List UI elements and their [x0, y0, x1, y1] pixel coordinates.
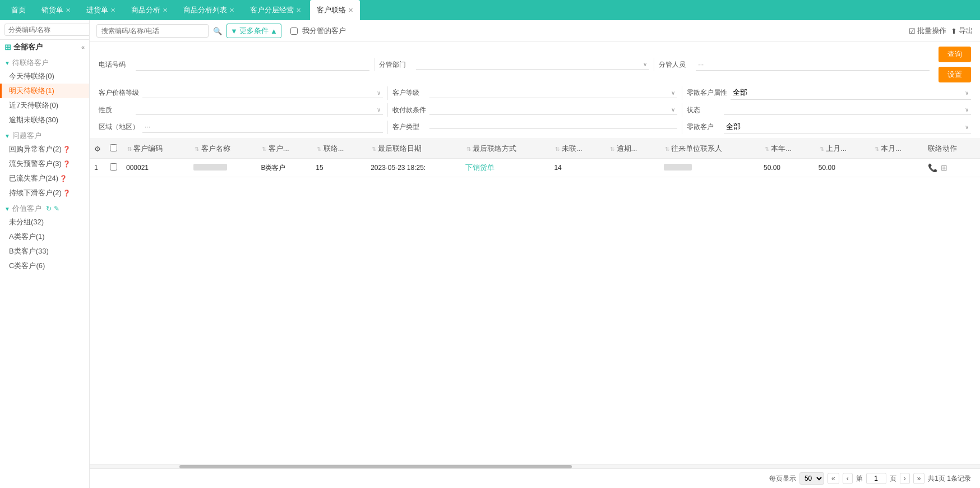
sidebar-item-c-class[interactable]: C类客户(6) [0, 259, 89, 273]
set-button[interactable]: 设置 [939, 67, 971, 82]
select-all-checkbox[interactable] [110, 144, 117, 151]
retail-attr-select[interactable]: 全部 ∨ [731, 86, 971, 100]
sort-icon-nc[interactable]: ⇅ [555, 146, 560, 152]
page-number-input[interactable] [866, 473, 886, 484]
triangle-icon-3: ▼ [4, 206, 10, 212]
cell-last-date: 2023-05-23 18:25: [366, 159, 461, 177]
sidebar-item-churn-risk[interactable]: 流失预警客户(3) ❓ [0, 156, 89, 171]
search-icon[interactable]: 🔍 [213, 27, 222, 35]
dept-select[interactable]: ∨ [416, 59, 650, 70]
sort-icon-tm[interactable]: ⇅ [875, 146, 879, 152]
sidebar-search-input[interactable] [4, 24, 90, 36]
sort-icon-lm[interactable]: ⇅ [820, 146, 824, 152]
retail-customer-select[interactable]: 全部 ∨ [724, 120, 971, 134]
settings-icon[interactable]: ⚙ [94, 145, 101, 153]
retail-attr-value: 全部 [733, 88, 747, 98]
cell-last-method[interactable]: 下销货单 [461, 159, 550, 177]
sidebar-item-a-class[interactable]: A类客户(1) [0, 229, 89, 244]
horizontal-scrollbar[interactable] [90, 464, 980, 468]
batch-btn[interactable]: ☑ 批量操作 [909, 26, 946, 36]
edit-icon[interactable]: ✎ [54, 205, 59, 213]
price-level-select[interactable]: ∨ [142, 88, 383, 98]
sidebar-item-declining[interactable]: 持续下滑客户(2) ❓ [0, 186, 89, 200]
cell-name [189, 159, 256, 177]
cell-unit-contact [659, 159, 759, 177]
person-select[interactable]: ··· [696, 59, 930, 71]
pagination: 每页显示 50 « ‹ 第 页 › » 共1页 1条记录 [90, 468, 980, 488]
sidebar-item-b-class[interactable]: B类客户(33) [0, 244, 89, 259]
sidebar-item-churned[interactable]: 已流失客户(24) ❓ [0, 171, 89, 186]
refresh-icon[interactable]: ↻ [46, 205, 52, 213]
sidebar-item-abnormal[interactable]: 回购异常客户(2) ❓ [0, 142, 89, 156]
query-button[interactable]: 查询 [939, 47, 971, 62]
nav-item-customer-contact[interactable]: 客户联络 ✕ [310, 0, 360, 20]
per-page-select[interactable]: 50 [799, 472, 824, 485]
nav-item-purchase[interactable]: 进货单 ✕ [80, 0, 122, 20]
ellipsis-region: ··· [145, 123, 150, 131]
export-btn[interactable]: ⬆ 导出 [951, 26, 973, 36]
cell-actions: 📞 ⊞ [923, 159, 980, 177]
sort-icon-cnt[interactable]: ⇅ [317, 146, 321, 152]
region-select[interactable]: ··· [142, 121, 383, 133]
payment-select[interactable]: ∨ [429, 105, 677, 115]
cell-this-month [869, 159, 924, 177]
filter-btn[interactable]: ▼ 更多条件 ▲ [226, 24, 281, 38]
first-page-btn[interactable]: « [828, 473, 839, 484]
filter-customer-type: 客户类型 [392, 122, 677, 132]
customer-type-label: 客户类型 [392, 122, 426, 132]
phone-input[interactable] [136, 59, 369, 71]
sidebar-item-ungrouped[interactable]: 未分组(32) [0, 215, 89, 229]
sidebar-item-tomorrow[interactable]: 明天待联络(1) [0, 84, 89, 98]
col-name: ⇅ 客户名称 [189, 139, 256, 159]
collapse-icon[interactable]: « [81, 44, 85, 50]
phone-action-icon[interactable]: 📞 [928, 163, 937, 172]
page-unit: 页 [890, 474, 896, 484]
prev-page-btn[interactable]: ‹ [843, 473, 853, 484]
nav-close-analysis-list[interactable]: ✕ [229, 7, 234, 14]
customer-type-select[interactable] [429, 125, 677, 129]
nav-item-sales[interactable]: 销货单 ✕ [35, 0, 77, 20]
row-checkbox[interactable] [110, 163, 117, 171]
nav-item-analysis[interactable]: 商品分析 ✕ [124, 0, 174, 20]
last-page-btn[interactable]: » [913, 473, 925, 484]
nature-select[interactable]: ∨ [136, 105, 383, 115]
caret-icon-retail-customer: ∨ [965, 124, 969, 130]
grid-action-icon[interactable]: ⊞ [941, 163, 947, 172]
triangle-icon: ▼ [4, 60, 10, 66]
sort-icon-method[interactable]: ⇅ [466, 146, 471, 152]
next-page-btn[interactable]: › [900, 473, 910, 484]
help-icon-3[interactable]: ❓ [59, 175, 67, 182]
sort-icon-code[interactable]: ⇅ [127, 146, 132, 152]
sort-icon-uc[interactable]: ⇅ [665, 146, 669, 152]
sidebar-item-today[interactable]: 今天待联络(0) [0, 69, 89, 84]
sidebar-all-customers[interactable]: ⊞ 全部客户 « [0, 40, 89, 54]
nav-close-purchase[interactable]: ✕ [110, 7, 115, 14]
nav-close-analysis[interactable]: ✕ [163, 7, 168, 14]
cell-not-contacted: 14 [549, 159, 604, 177]
help-icon-4[interactable]: ❓ [63, 190, 71, 197]
sidebar-item-7days[interactable]: 近7天待联络(0) [0, 98, 89, 113]
my-customers-checkbox[interactable] [290, 27, 298, 35]
help-icon-1[interactable]: ❓ [63, 146, 71, 153]
nav-close-customer-tier[interactable]: ✕ [296, 7, 301, 14]
nav-item-home[interactable]: 首页 [4, 0, 33, 20]
phone-label: 电话号码 [99, 60, 132, 70]
status-select[interactable]: ∨ [724, 105, 971, 115]
search-input[interactable] [96, 24, 209, 38]
customer-level-select[interactable]: ∨ [429, 88, 677, 98]
help-icon-2[interactable]: ❓ [63, 160, 71, 168]
caret-icon-price: ∨ [377, 90, 381, 96]
nav-item-customer-tier[interactable]: 客户分层经营 ✕ [243, 0, 308, 20]
nav-item-analysis-list[interactable]: 商品分析列表 ✕ [177, 0, 241, 20]
sort-icon-cat[interactable]: ⇅ [262, 146, 266, 152]
sidebar-item-overdue[interactable]: 逾期未联络(30) [0, 113, 89, 127]
toolbar: 🔍 ▼ 更多条件 ▲ 我分管的客户 ☑ 批量操作 ⬆ 导出 [90, 20, 980, 42]
nav-close-sales[interactable]: ✕ [66, 7, 71, 14]
nav-close-customer-contact[interactable]: ✕ [348, 7, 353, 14]
sort-icon-ty[interactable]: ⇅ [765, 146, 769, 152]
sort-icon-overdue[interactable]: ⇅ [610, 146, 614, 152]
cell-code: 000021 [122, 159, 189, 177]
sort-icon-name[interactable]: ⇅ [195, 146, 199, 152]
sort-icon-date[interactable]: ⇅ [372, 146, 376, 152]
my-customers-checkbox-wrap[interactable]: 我分管的客户 [290, 26, 346, 36]
